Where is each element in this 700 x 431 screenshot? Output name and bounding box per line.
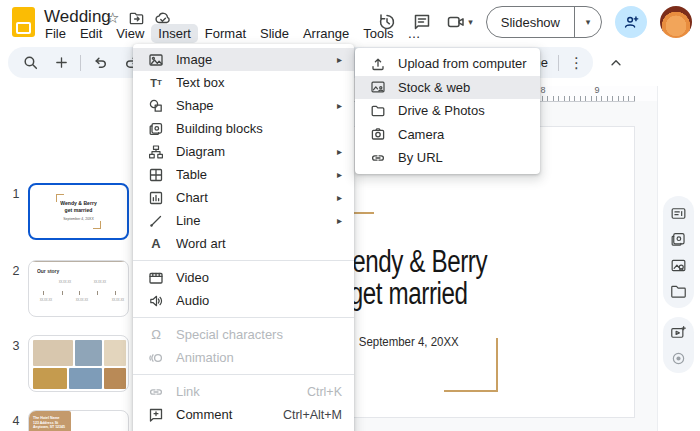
submenu-arrow-icon: ▸: [337, 100, 342, 111]
menu-item-text-box[interactable]: TT Text box: [133, 71, 354, 94]
submenu-arrow-icon: ▸: [337, 54, 342, 65]
screencast-icon[interactable]: [668, 321, 690, 343]
menu-item-animation: Animation: [133, 346, 354, 369]
slideshow-dropdown-icon[interactable]: ▾: [575, 17, 601, 27]
submenu-item-by-url[interactable]: By URL: [355, 146, 540, 170]
slideshow-button[interactable]: Slideshow ▾: [486, 6, 602, 38]
table-icon: [147, 166, 165, 184]
layouts-icon[interactable]: [668, 202, 690, 224]
drive-folder-icon[interactable]: [668, 280, 690, 302]
menu-item-diagram[interactable]: Diagram ▸: [133, 140, 354, 163]
submenu-arrow-icon: ▸: [337, 192, 342, 203]
slide-number: 2: [8, 264, 24, 278]
search-menus-icon[interactable]: [18, 51, 42, 75]
menu-item-comment[interactable]: Comment Ctrl+Alt+M: [133, 403, 354, 426]
chart-icon: [147, 189, 165, 207]
slide-number: 3: [8, 339, 24, 353]
image-icon: [147, 51, 165, 69]
submenu-item-camera[interactable]: Camera: [355, 123, 540, 147]
toolbar-overflow-icon[interactable]: ⋮: [569, 54, 583, 72]
ruler-label-9: 9: [591, 85, 603, 95]
slide-thumbnail-2[interactable]: Our story XX.XX.XX XX.XX.XX XX.XX.XX XX.…: [28, 260, 129, 317]
slides-logo[interactable]: [12, 7, 35, 37]
menu-file[interactable]: File: [38, 24, 73, 43]
slide-thumbnail-4[interactable]: The Main Event Saturday, September 4, 20…: [28, 410, 129, 431]
audio-icon: [147, 292, 165, 310]
image-submenu: Upload from computer Stock & web Drive &…: [355, 48, 540, 174]
slide-number: 4: [8, 414, 24, 428]
menu-item-video[interactable]: Video: [133, 266, 354, 289]
word-art-icon: A: [147, 235, 165, 253]
menu-item-line[interactable]: Line ▸: [133, 209, 354, 232]
menu-insert[interactable]: Insert: [151, 24, 198, 43]
filmstrip-panel: 1 2 3 4 5 Wendy & Berry get married Sept…: [0, 86, 133, 431]
camera-icon: [369, 125, 387, 143]
omega-icon: Ω: [147, 326, 165, 344]
slide-thumbnail-1[interactable]: Wendy & Berry get married September 4, 2…: [28, 183, 129, 240]
menu-item-table[interactable]: Table ▸: [133, 163, 354, 186]
video-icon: [147, 269, 165, 287]
stock-web-icon: [369, 78, 387, 96]
menu-item-image[interactable]: Image ▸: [133, 48, 354, 71]
zoom-add-icon[interactable]: [49, 51, 73, 75]
undo-icon[interactable]: [88, 51, 112, 75]
menu-item-chart[interactable]: Chart ▸: [133, 186, 354, 209]
menu-item-audio[interactable]: Audio: [133, 289, 354, 312]
menu-arrange[interactable]: Arrange: [296, 24, 356, 43]
comment-add-icon: [147, 406, 165, 424]
collapse-toolbar-icon[interactable]: [604, 51, 628, 75]
menu-item-word-art[interactable]: A Word art: [133, 232, 354, 255]
meet-call-button[interactable]: ▾: [446, 12, 473, 32]
photos-icon[interactable]: [668, 254, 690, 276]
menu-divider: [133, 374, 354, 375]
menu-item-shape[interactable]: Shape ▸: [133, 94, 354, 117]
meet-dropdown-icon[interactable]: ▾: [468, 17, 473, 27]
record-icon[interactable]: [668, 347, 690, 369]
corner-bracket-bottom-right: [444, 390, 498, 392]
menu-divider: [133, 317, 354, 318]
menu-divider: [133, 260, 354, 261]
slide-number: 1: [8, 187, 24, 201]
submenu-item-stock-and-web[interactable]: Stock & web: [355, 76, 540, 100]
menu-edit[interactable]: Edit: [73, 24, 109, 43]
insert-menu: Image ▸ TT Text box Shape ▸ Building blo…: [133, 44, 354, 431]
menu-item-special-characters: Ω Special characters: [133, 323, 354, 346]
animation-icon: [147, 349, 165, 367]
submenu-item-drive-and-photos[interactable]: Drive & Photos: [355, 99, 540, 123]
menu-format[interactable]: Format: [198, 24, 253, 43]
link-icon: [147, 383, 165, 401]
menu-slide[interactable]: Slide: [253, 24, 296, 43]
shape-icon: [147, 97, 165, 115]
menu-view[interactable]: View: [109, 24, 151, 43]
submenu-arrow-icon: ▸: [337, 169, 342, 180]
building-blocks-icon: [147, 120, 165, 138]
folder-icon: [369, 102, 387, 120]
url-link-icon: [369, 149, 387, 167]
version-history-icon[interactable]: [376, 11, 398, 33]
line-icon: [147, 212, 165, 230]
submenu-item-upload-from-computer[interactable]: Upload from computer: [355, 52, 540, 76]
upload-icon: [369, 55, 387, 73]
submenu-arrow-icon: ▸: [337, 215, 342, 226]
diagram-icon: [147, 143, 165, 161]
menubar: File Edit View Insert Format Slide Arran…: [38, 24, 428, 43]
account-avatar[interactable]: [660, 6, 692, 38]
submenu-arrow-icon: ▸: [337, 146, 342, 157]
comment-history-icon[interactable]: [411, 11, 433, 33]
text-box-icon: TT: [147, 74, 165, 92]
share-button[interactable]: [615, 6, 647, 38]
menu-item-building-blocks[interactable]: Building blocks: [133, 117, 354, 140]
building-blocks-icon[interactable]: [668, 228, 690, 250]
slide-thumbnail-3[interactable]: [28, 335, 129, 392]
app-header: Wedding ☆ File Edit View Insert Format S…: [0, 0, 700, 44]
menu-item-link: Link Ctrl+K: [133, 380, 354, 403]
